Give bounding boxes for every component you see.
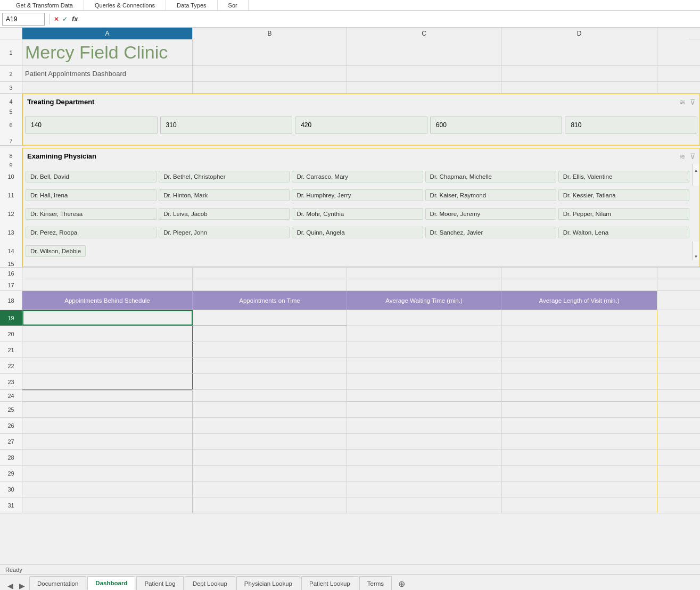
cell-d19[interactable] [501, 310, 657, 326]
physician-kessler[interactable]: Dr. Kessler, Tatiana [558, 189, 689, 201]
physician-bell[interactable]: Dr. Bell, David [26, 171, 157, 182]
physician-walton[interactable]: Dr. Walton, Lena [558, 227, 689, 238]
cell-d2[interactable] [501, 66, 657, 81]
physician-hinton[interactable]: Dr. Hinton, Mark [159, 189, 290, 201]
cell-d17[interactable] [501, 279, 657, 290]
physician-quinn[interactable]: Dr. Quinn, Angela [292, 227, 423, 238]
scroll-tabs-right[interactable]: ▶ [17, 581, 27, 590]
physician-pepper[interactable]: Dr. Pepper, Nilam [558, 208, 689, 220]
cell-b24[interactable] [193, 390, 347, 401]
cell-a16[interactable] [22, 268, 193, 279]
sheet-tab-patient-log[interactable]: Patient Log [136, 576, 183, 590]
filter-funnel-icon[interactable]: ⊽ [690, 98, 695, 106]
scroll-tabs-left[interactable]: ◀ [4, 581, 17, 590]
cell-b2[interactable] [193, 66, 347, 81]
cell-b20[interactable] [193, 326, 347, 342]
cell-c31[interactable] [347, 497, 501, 513]
add-sheet-button[interactable]: ⊕ [395, 577, 408, 590]
cell-c28[interactable] [347, 450, 501, 465]
cell-b27[interactable] [193, 434, 347, 449]
cell-c27[interactable] [347, 434, 501, 449]
cell-d20[interactable] [501, 326, 657, 342]
cell-d23[interactable] [501, 374, 657, 389]
physician-kaiser[interactable]: Dr. Kaiser, Raymond [425, 189, 556, 201]
ribbon-tab-queries[interactable]: Queries & Connections [84, 0, 166, 10]
cell-c19[interactable] [347, 310, 501, 326]
dept-item-810[interactable]: 810 [565, 117, 697, 134]
cell-d22[interactable] [501, 358, 657, 373]
cell-c3[interactable] [347, 82, 501, 93]
cell-c20[interactable] [347, 326, 501, 342]
filter-lines-icon[interactable]: ≋ [679, 98, 686, 106]
cell-d24[interactable] [501, 390, 657, 401]
cell-d31[interactable] [501, 497, 657, 513]
sheet-tab-patient-lookup[interactable]: Patient Lookup [301, 576, 358, 590]
cell-d29[interactable] [501, 466, 657, 481]
cell-a29[interactable] [22, 466, 193, 481]
cell-d21[interactable] [501, 342, 657, 358]
physician-perez[interactable]: Dr. Perez, Roopa [26, 227, 157, 238]
col-header-b[interactable]: B [193, 28, 347, 39]
cell-b17[interactable] [193, 279, 347, 290]
cell-d30[interactable] [501, 481, 657, 497]
cell-c2[interactable] [347, 66, 501, 81]
col-header-c[interactable]: C [347, 28, 501, 39]
cell-d28[interactable] [501, 450, 657, 465]
cell-c17[interactable] [347, 279, 501, 290]
cell-c26[interactable] [347, 418, 501, 433]
physician-carrasco[interactable]: Dr. Carrasco, Mary [292, 171, 423, 182]
ribbon-tab-datatypes[interactable]: Data Types [166, 0, 217, 10]
sheet-tab-dashboard[interactable]: Dashboard [87, 576, 135, 590]
cell-a23[interactable] [22, 374, 193, 389]
cell-b31[interactable] [193, 497, 347, 513]
physician-filter-lines-icon[interactable]: ≋ [679, 152, 686, 161]
physician-wilson[interactable]: Dr. Wilson, Debbie [26, 245, 86, 257]
cell-a30[interactable] [22, 481, 193, 497]
physician-leiva[interactable]: Dr. Leiva, Jacob [159, 208, 290, 220]
cell-a19[interactable] [22, 310, 193, 326]
cell-b1[interactable] [193, 39, 347, 65]
physician-bethel[interactable]: Dr. Bethel, Christopher [159, 171, 290, 182]
cell-b26[interactable] [193, 418, 347, 433]
cell-a28[interactable] [22, 450, 193, 465]
physician-kinser[interactable]: Dr. Kinser, Theresa [26, 208, 157, 220]
cell-b25[interactable] [193, 402, 347, 417]
cell-b30[interactable] [193, 481, 347, 497]
physician-ellis[interactable]: Dr. Ellis, Valentine [558, 171, 689, 182]
physician-moore[interactable]: Dr. Moore, Jeremy [425, 208, 556, 220]
cell-a1[interactable]: Mercy Field Clinic [22, 39, 193, 65]
sheet-tab-terms[interactable]: Terms [359, 576, 392, 590]
cell-a27[interactable] [22, 434, 193, 449]
physician-humphrey[interactable]: Dr. Humphrey, Jerry [292, 189, 423, 201]
physician-filter-funnel-icon[interactable]: ⊽ [690, 152, 695, 161]
confirm-formula-icon[interactable]: ✓ [62, 15, 68, 23]
sheet-tab-documentation[interactable]: Documentation [29, 576, 86, 590]
cell-c24[interactable] [347, 390, 501, 401]
cell-a21[interactable] [22, 342, 193, 358]
cell-b29[interactable] [193, 466, 347, 481]
cell-b22[interactable] [193, 358, 347, 373]
dept-item-140[interactable]: 140 [25, 117, 158, 134]
physician-chapman[interactable]: Dr. Chapman, Michelle [425, 171, 556, 182]
cell-c30[interactable] [347, 481, 501, 497]
cell-d16[interactable] [501, 268, 657, 279]
dept-item-420[interactable]: 420 [295, 117, 427, 134]
cell-a20[interactable] [22, 326, 193, 342]
cell-a25[interactable] [22, 402, 193, 417]
cell-c29[interactable] [347, 466, 501, 481]
ribbon-tab-transform[interactable]: Get & Transform Data [5, 0, 84, 10]
cell-c23[interactable] [347, 374, 501, 389]
cell-a3[interactable] [22, 82, 193, 93]
cell-a2[interactable]: Patient Appointments Dashboard [22, 66, 193, 81]
cell-b23[interactable] [193, 374, 347, 389]
cell-d26[interactable] [501, 418, 657, 433]
sheet-tab-dept-lookup[interactable]: Dept Lookup [185, 576, 235, 590]
cell-c16[interactable] [347, 268, 501, 279]
cell-c1[interactable] [347, 39, 501, 65]
cell-c21[interactable] [347, 342, 501, 358]
cell-c25[interactable] [347, 402, 501, 417]
ribbon-tab-sort[interactable]: Sor [218, 0, 249, 10]
cell-c22[interactable] [347, 358, 501, 373]
cancel-formula-icon[interactable]: ✕ [54, 15, 59, 23]
cell-d25[interactable] [501, 402, 657, 417]
